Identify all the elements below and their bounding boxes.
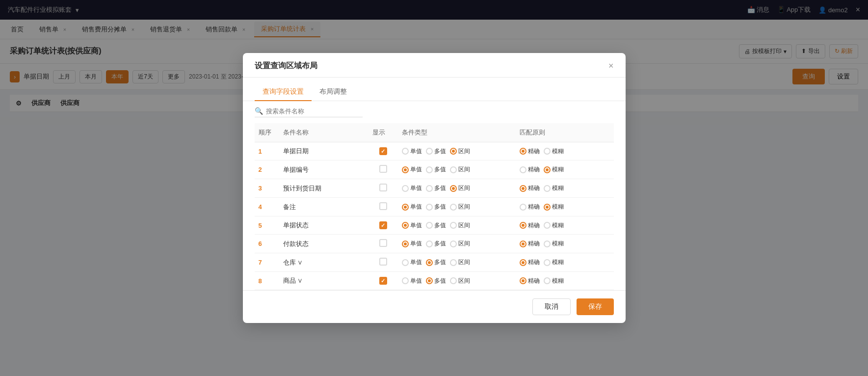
type-radio-item[interactable]: 单值: [402, 184, 422, 192]
type-radio-item[interactable]: 区间: [450, 147, 470, 156]
radio-circle[interactable]: [426, 166, 433, 173]
radio-circle[interactable]: [402, 222, 409, 229]
match-radio-item[interactable]: 精确: [520, 147, 540, 156]
dialog-close-btn[interactable]: ×: [608, 61, 614, 71]
radio-circle[interactable]: [450, 259, 457, 266]
match-radio-item[interactable]: 模糊: [544, 277, 564, 285]
cell-show[interactable]: [368, 179, 398, 198]
radio-circle[interactable]: [402, 166, 409, 173]
match-radio-item[interactable]: 模糊: [544, 240, 564, 248]
radio-circle[interactable]: [426, 259, 433, 266]
show-checkbox[interactable]: [379, 258, 387, 266]
cell-show[interactable]: [368, 235, 398, 253]
match-radio-item[interactable]: 模糊: [544, 221, 564, 230]
radio-circle[interactable]: [520, 166, 526, 173]
type-radio-item[interactable]: 区间: [450, 165, 470, 174]
cell-show[interactable]: [368, 161, 398, 179]
radio-circle[interactable]: [520, 259, 526, 266]
radio-circle[interactable]: [450, 204, 457, 211]
match-radio-item[interactable]: 模糊: [544, 184, 564, 192]
type-radio-item[interactable]: 区间: [450, 277, 470, 285]
radio-circle[interactable]: [544, 241, 551, 247]
show-checkbox[interactable]: [379, 221, 387, 229]
save-btn[interactable]: 保存: [577, 298, 614, 315]
type-radio-item[interactable]: 区间: [450, 184, 470, 192]
show-checkbox[interactable]: [379, 184, 387, 191]
type-radio-item[interactable]: 多值: [426, 165, 446, 174]
radio-circle[interactable]: [544, 222, 551, 229]
type-radio-item[interactable]: 多值: [426, 147, 446, 156]
type-radio-item[interactable]: 单值: [402, 165, 422, 174]
radio-circle[interactable]: [450, 185, 457, 192]
radio-circle[interactable]: [544, 259, 551, 266]
match-radio-item[interactable]: 精确: [520, 165, 540, 174]
cell-show[interactable]: [368, 198, 398, 216]
match-radio-item[interactable]: 精确: [520, 221, 540, 230]
search-input[interactable]: [266, 107, 354, 115]
show-checkbox[interactable]: [379, 239, 387, 247]
radio-circle[interactable]: [426, 277, 433, 284]
show-checkbox[interactable]: [379, 277, 387, 285]
radio-circle[interactable]: [402, 185, 409, 192]
radio-circle[interactable]: [544, 166, 551, 173]
match-radio-item[interactable]: 精确: [520, 184, 540, 192]
type-radio-item[interactable]: 区间: [450, 240, 470, 248]
tab-query-fields[interactable]: 查询字段设置: [255, 83, 312, 101]
match-radio-item[interactable]: 模糊: [544, 258, 564, 267]
tab-layout[interactable]: 布局调整: [312, 83, 355, 101]
radio-circle[interactable]: [520, 277, 526, 284]
radio-circle[interactable]: [402, 259, 409, 266]
radio-circle[interactable]: [450, 241, 457, 247]
type-radio-item[interactable]: 区间: [450, 258, 470, 267]
show-checkbox[interactable]: [379, 165, 387, 173]
type-radio-item[interactable]: 单值: [402, 258, 422, 267]
type-radio-item[interactable]: 单值: [402, 203, 422, 211]
radio-circle[interactable]: [520, 148, 526, 155]
type-radio-item[interactable]: 区间: [450, 221, 470, 230]
type-radio-item[interactable]: 多值: [426, 221, 446, 230]
show-checkbox[interactable]: [379, 202, 387, 210]
radio-circle[interactable]: [402, 277, 409, 284]
radio-circle[interactable]: [402, 241, 409, 247]
cancel-btn[interactable]: 取消: [532, 298, 571, 315]
match-radio-item[interactable]: 精确: [520, 203, 540, 211]
radio-circle[interactable]: [450, 222, 457, 229]
match-radio-item[interactable]: 模糊: [544, 165, 564, 174]
radio-circle[interactable]: [426, 185, 433, 192]
radio-circle[interactable]: [544, 277, 551, 284]
radio-circle[interactable]: [520, 222, 526, 229]
match-radio-item[interactable]: 精确: [520, 258, 540, 267]
radio-circle[interactable]: [426, 148, 433, 155]
radio-circle[interactable]: [450, 277, 457, 284]
type-radio-item[interactable]: 多值: [426, 258, 446, 267]
type-radio-item[interactable]: 单值: [402, 277, 422, 285]
radio-circle[interactable]: [544, 204, 551, 211]
radio-circle[interactable]: [520, 185, 526, 192]
radio-circle[interactable]: [402, 204, 409, 211]
radio-circle[interactable]: [426, 222, 433, 229]
radio-circle[interactable]: [450, 166, 457, 173]
type-radio-item[interactable]: 多值: [426, 203, 446, 211]
type-radio-item[interactable]: 多值: [426, 240, 446, 248]
radio-circle[interactable]: [402, 148, 409, 155]
radio-circle[interactable]: [520, 241, 526, 247]
radio-circle[interactable]: [450, 148, 457, 155]
show-checkbox[interactable]: [379, 147, 387, 155]
cell-show[interactable]: [368, 253, 398, 272]
radio-circle[interactable]: [544, 148, 551, 155]
match-radio-item[interactable]: 精确: [520, 277, 540, 285]
radio-circle[interactable]: [544, 185, 551, 192]
match-radio-item[interactable]: 模糊: [544, 147, 564, 156]
match-radio-item[interactable]: 精确: [520, 240, 540, 248]
type-radio-item[interactable]: 多值: [426, 277, 446, 285]
type-radio-item[interactable]: 单值: [402, 240, 422, 248]
type-radio-item[interactable]: 区间: [450, 203, 470, 211]
type-radio-item[interactable]: 单值: [402, 147, 422, 156]
cell-show[interactable]: [368, 272, 398, 290]
radio-circle[interactable]: [426, 241, 433, 247]
match-radio-item[interactable]: 模糊: [544, 203, 564, 211]
type-radio-item[interactable]: 单值: [402, 221, 422, 230]
radio-circle[interactable]: [426, 204, 433, 211]
type-radio-item[interactable]: 多值: [426, 184, 446, 192]
radio-circle[interactable]: [520, 204, 526, 211]
